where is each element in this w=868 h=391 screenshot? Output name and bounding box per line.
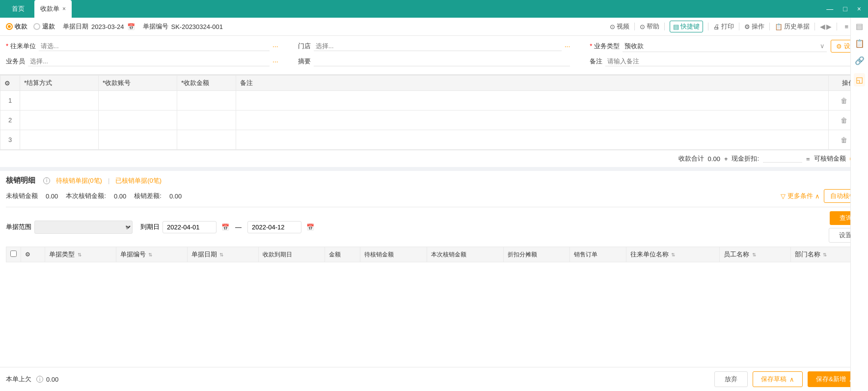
biz-type-field: * 业务类型 预收款 ∨ ⚙ 设置 (590, 40, 862, 53)
verify-title: 核销明细 (6, 176, 35, 185)
cal-icon-2[interactable]: 📅 (306, 223, 314, 231)
biz-type-select[interactable]: 预收款 ∨ (623, 41, 827, 52)
select-all-checkbox[interactable] (10, 251, 17, 257)
table-settings-th[interactable]: ⚙ (0, 76, 20, 91)
video-btn[interactable]: ⊙ 视频 (610, 22, 629, 31)
row2-delete-icon[interactable]: 🗑 (841, 116, 847, 124)
row1-account[interactable] (99, 91, 177, 111)
settings-gear-icon: ⚙ (836, 43, 842, 50)
row3-delete-icon[interactable]: 🗑 (841, 136, 847, 144)
form-row-1: * 往来单位 ··· 门店 ··· * 业务类型 预收款 ∨ (6, 40, 862, 53)
sort-no-icon[interactable]: ⇅ (148, 252, 152, 257)
sidebar-icon-1[interactable]: ▤ (856, 22, 863, 31)
radio-refund[interactable]: 退款 (33, 22, 55, 31)
print-btn[interactable]: 🖨 打印 (713, 22, 734, 31)
history-icon: 📋 (775, 23, 783, 30)
shop-more-icon[interactable]: ··· (565, 42, 570, 50)
calendar-icon[interactable]: 📅 (127, 23, 135, 30)
tab-home[interactable]: 首页 (4, 0, 32, 18)
partner-input[interactable] (39, 41, 270, 51)
form-row-2: 业务员 ··· 摘要 备注 (6, 56, 862, 66)
operate-btn[interactable]: ⚙ 操作 (744, 22, 764, 31)
row3-account[interactable] (99, 130, 177, 150)
sidebar-icon-3[interactable]: 🔗 (855, 56, 865, 65)
sort-date-icon[interactable]: ⇅ (219, 252, 223, 257)
window-controls: — □ × (823, 4, 864, 14)
bottom-col-checkbox-th[interactable] (6, 247, 21, 262)
sort-partner-icon[interactable]: ⇅ (671, 252, 675, 257)
table-row: 1 🗑 ⊞ (0, 91, 868, 111)
nav-prev-icon[interactable]: ◀ (820, 23, 825, 30)
tab-close-icon[interactable]: × (62, 5, 66, 12)
date-to-input[interactable] (247, 221, 301, 233)
bottom-col-gear[interactable]: ⚙ (21, 247, 45, 262)
date-value[interactable]: 2023-03-24 (91, 23, 124, 30)
row1-settlement[interactable] (20, 91, 99, 111)
col-settlement: *结算方式 (20, 76, 99, 91)
bottom-col-partner: 往来单位名称 ⇅ (626, 247, 720, 262)
list-view-btn[interactable]: ≡ (842, 22, 851, 32)
sidebar-icon-2[interactable]: 📋 (855, 39, 865, 48)
row1-amount[interactable] (177, 91, 236, 111)
date-from-input[interactable] (163, 221, 217, 233)
sort-staff-icon[interactable]: ⇅ (752, 252, 756, 257)
nav-next-icon[interactable]: ▶ (826, 23, 832, 30)
remark-input[interactable] (605, 56, 862, 66)
maximize-btn[interactable]: □ (840, 4, 850, 14)
sidebar-icon-4[interactable]: ◱ (854, 73, 865, 86)
row2-remark[interactable] (236, 111, 829, 130)
date-field: 到期日 📅 — 📅 (140, 221, 314, 233)
bottom-col-staff: 员工名称 ⇅ (720, 247, 791, 262)
staff-label: 业务员 (6, 57, 25, 66)
radio-receipt[interactable]: 收款 (6, 22, 27, 31)
verify-info-icon[interactable]: i (43, 177, 50, 184)
tab-bar: 首页 收款单 × — □ × (0, 0, 868, 18)
range-select[interactable] (34, 221, 133, 234)
row1-remark[interactable] (236, 91, 829, 111)
partner-more-icon[interactable]: ··· (272, 42, 278, 50)
row3-amount[interactable] (177, 130, 236, 150)
total-label: 收款合计 (678, 154, 704, 163)
avail-label: 可核销金额 (814, 154, 846, 163)
discount-input[interactable] (763, 155, 802, 163)
summary-input[interactable] (314, 56, 570, 66)
abandon-btn[interactable]: 放弃 (714, 371, 748, 387)
tab-done[interactable]: 已核销单据(0笔) (115, 176, 162, 185)
history-btn[interactable]: 📋 历史单据 (775, 22, 810, 31)
shop-field: 门店 ··· (298, 41, 570, 51)
operate-icon: ⚙ (744, 23, 750, 30)
tab-receipt[interactable]: 收款单 × (34, 0, 72, 18)
doc-no-value[interactable]: SK-20230324-001 (171, 23, 223, 30)
row2-amount[interactable] (177, 111, 236, 130)
bottom-col-sales: 销售订单 (570, 247, 626, 262)
bottom-table-wrap: ⚙ 单据类型 ⇅ 单据编号 ⇅ 单据日期 ⇅ 收款到 (6, 247, 862, 367)
staff-more-icon[interactable]: ··· (272, 57, 278, 65)
help-icon: ⊙ (640, 23, 645, 30)
sort-dept-icon[interactable]: ⇅ (823, 252, 827, 257)
close-btn[interactable]: × (854, 4, 864, 14)
sort-type-icon[interactable]: ⇅ (78, 252, 81, 257)
col-amount: *收款金额 (177, 76, 236, 91)
save-draft-btn[interactable]: 保存草稿 ∧ (753, 371, 803, 387)
row2-account[interactable] (99, 111, 177, 130)
range-select-wrap: ∨ (34, 221, 133, 234)
staff-field: 业务员 ··· (6, 56, 278, 66)
row3-settlement[interactable] (20, 130, 99, 150)
required-star: * (6, 42, 8, 50)
receipt-table: ⚙ *结算方式 *收款账号 *收款金额 备注 操作 1 (0, 75, 868, 150)
row1-delete-icon[interactable]: 🗑 (841, 97, 847, 105)
owe-info-icon[interactable]: i (36, 376, 43, 383)
cal-icon-1[interactable]: 📅 (221, 223, 229, 231)
shop-input[interactable] (314, 41, 562, 51)
shortcut-btn[interactable]: ▤ 快捷键 (670, 21, 703, 32)
tab-pending[interactable]: 待核销单据(0笔) (56, 176, 102, 185)
row3-remark[interactable] (236, 130, 829, 150)
row2-settlement[interactable] (20, 111, 99, 130)
minimize-btn[interactable]: — (823, 4, 836, 14)
table-row: 2 🗑 ⊞ (0, 111, 868, 130)
staff-input[interactable] (28, 56, 270, 66)
toolbar-right: ⊙ 视频 ⊙ 帮助 ▤ 快捷键 🖨 打印 ⚙ 操作 (610, 21, 862, 32)
range-label: 单据范围 (6, 223, 31, 231)
more-filter-btn[interactable]: ▽ 更多条件 ∧ (781, 192, 820, 200)
help-btn[interactable]: ⊙ 帮助 (640, 22, 659, 31)
